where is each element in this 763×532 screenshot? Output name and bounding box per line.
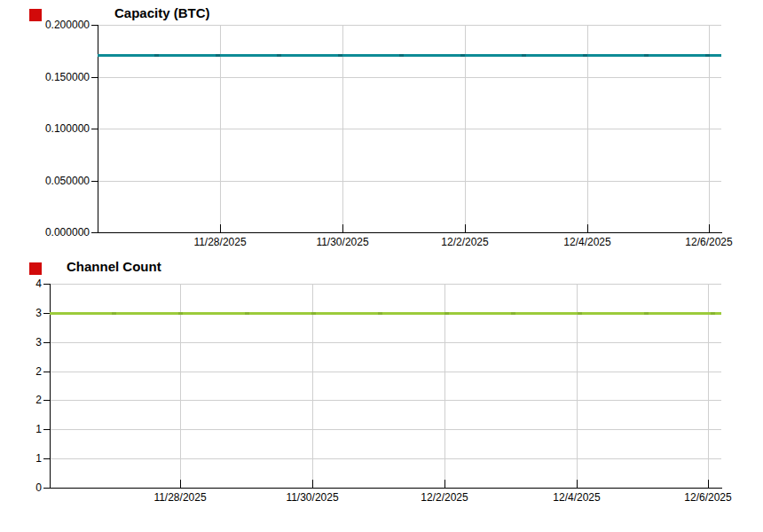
y-axis-tick	[43, 284, 50, 285]
y-tick-label: 0	[0, 481, 42, 494]
x-axis-line	[50, 488, 722, 489]
y-axis-tick	[91, 232, 98, 233]
x-axis-tick	[465, 224, 466, 232]
y-axis-tick	[91, 25, 98, 26]
h-gridline	[98, 181, 721, 182]
y-tick-label: 1	[0, 452, 42, 465]
x-axis-tick	[709, 224, 710, 232]
channel-count-chart-title: Channel Count	[67, 259, 161, 275]
x-tick-label: 11/28/2025	[143, 491, 217, 504]
y-axis-tick	[43, 400, 50, 401]
h-gridline	[98, 25, 721, 26]
y-axis-tick	[91, 129, 98, 129]
x-tick-label: 12/2/2025	[407, 491, 482, 504]
capacity-chart-title: Capacity (BTC)	[114, 5, 210, 21]
series-swatch-icon	[29, 262, 42, 275]
y-tick-label: 1	[0, 423, 42, 435]
x-tick-label: 12/4/2025	[550, 236, 625, 248]
x-tick-label: 12/4/2025	[539, 491, 614, 504]
x-tick-label: 11/28/2025	[183, 236, 257, 248]
h-gridline	[98, 129, 721, 129]
h-gridline	[98, 77, 721, 78]
y-axis-tick	[43, 342, 50, 343]
y-axis-tick	[43, 313, 50, 314]
x-axis-tick	[312, 480, 313, 488]
x-tick-label: 12/6/2025	[672, 236, 746, 248]
y-axis-tick	[43, 488, 50, 489]
x-axis-line	[98, 232, 722, 233]
y-tick-label: 0.000000	[28, 226, 90, 239]
h-gridline	[50, 400, 721, 401]
channel-count-line	[50, 312, 721, 315]
y-tick-label: 2	[0, 394, 42, 406]
x-tick-label: 12/2/2025	[428, 236, 502, 248]
h-gridline	[50, 342, 721, 343]
x-tick-label: 11/30/2025	[305, 236, 380, 248]
h-gridline	[50, 372, 721, 372]
y-axis-tick	[91, 181, 98, 182]
x-axis-tick	[342, 224, 343, 232]
capacity-btc--line	[98, 54, 721, 57]
x-tick-label: 12/6/2025	[671, 491, 745, 504]
y-tick-label: 0.050000	[28, 175, 90, 187]
h-gridline	[50, 429, 721, 430]
y-axis-tick	[43, 429, 50, 430]
x-tick-label: 11/30/2025	[275, 491, 350, 504]
y-axis-tick	[91, 77, 98, 78]
y-tick-label: 0.100000	[28, 122, 90, 135]
x-axis-tick	[587, 224, 588, 232]
h-gridline	[50, 458, 721, 459]
y-tick-label: 0.200000	[28, 19, 90, 31]
y-tick-label: 0.150000	[28, 71, 90, 83]
y-tick-label: 4	[0, 278, 42, 290]
chart-dashboard: Capacity (BTC) Channel Count 0.2000000.1…	[0, 0, 763, 532]
x-axis-tick	[220, 224, 221, 232]
x-axis-tick	[444, 480, 445, 488]
h-gridline	[50, 284, 721, 285]
y-axis-tick	[43, 458, 50, 459]
x-axis-tick	[577, 480, 578, 488]
x-axis-tick	[180, 480, 181, 488]
y-tick-label: 3	[0, 336, 42, 348]
y-tick-label: 3	[0, 307, 42, 319]
x-axis-tick	[708, 480, 709, 488]
y-tick-label: 2	[0, 365, 42, 378]
y-axis-tick	[43, 372, 50, 372]
